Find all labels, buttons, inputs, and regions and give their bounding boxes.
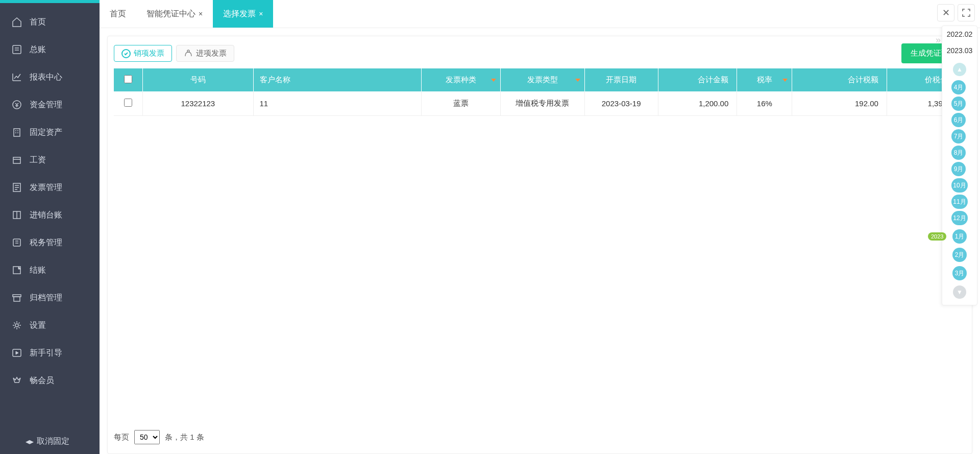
header-checkbox[interactable] xyxy=(114,68,143,91)
sidebar-item-purchase-sales[interactable]: 进销台账 xyxy=(0,201,100,229)
sidebar-item-reports[interactable]: 报表中心 xyxy=(0,63,100,91)
header-tax-rate[interactable]: 税率 xyxy=(737,68,792,91)
period-month-pill[interactable]: 1月 xyxy=(952,229,967,244)
period-scroll-down[interactable]: ▼ xyxy=(953,285,966,299)
tab-label: 首页 xyxy=(110,9,126,19)
sidebar-item-ledger[interactable]: 总账 xyxy=(0,36,100,63)
pagination: 每页 50 条，共 1 条 xyxy=(114,424,966,447)
invoice-subtabs: 销项发票 进项发票 xyxy=(114,45,234,62)
sidebar-item-label: 发票管理 xyxy=(30,182,62,193)
cell-kind: 蓝票 xyxy=(422,91,501,116)
svg-point-9 xyxy=(15,324,18,327)
cell-type: 增值税专用发票 xyxy=(500,91,584,116)
sidebar-item-label: 固定资产 xyxy=(30,127,62,138)
sidebar-item-label: 归档管理 xyxy=(30,293,62,303)
filter-caret-icon[interactable] xyxy=(782,79,788,82)
tab-bar: 首页智能凭证中心×选择发票× xyxy=(100,0,980,28)
collapse-icon: ◂▸ xyxy=(26,437,34,446)
sidebar-item-label: 报表中心 xyxy=(30,72,62,83)
svg-rect-2 xyxy=(14,129,20,136)
tab-label: 选择发票 xyxy=(223,9,256,19)
sidebar-item-archive[interactable]: 归档管理 xyxy=(0,284,100,312)
building-icon xyxy=(11,127,22,138)
close-panel-button[interactable]: ✕ xyxy=(937,4,954,21)
svg-rect-0 xyxy=(13,45,21,54)
period-month-pill[interactable]: 11月 xyxy=(951,195,968,209)
period-month-pill[interactable]: 4月 xyxy=(951,80,966,94)
per-page-select[interactable]: 50 xyxy=(134,430,160,444)
sidebar-item-tax[interactable]: 税务管理 xyxy=(0,229,100,256)
ledger-icon xyxy=(11,44,22,55)
period-month-pill[interactable]: 5月 xyxy=(951,97,966,111)
play-icon xyxy=(11,347,22,359)
period-panel: » 2022.02 2023.03 ▲ 4月5月6月7月8月9月10月11月12… xyxy=(942,26,977,305)
unpin-sidebar-button[interactable]: ◂▸ 取消固定 xyxy=(0,429,100,454)
filter-caret-icon[interactable] xyxy=(575,79,580,82)
sidebar-item-label: 结账 xyxy=(30,265,46,276)
subtab-row: 销项发票 进项发票 生成凭证预览 xyxy=(114,41,966,68)
sidebar-item-assets[interactable]: 固定资产 xyxy=(0,118,100,146)
period-month-pill[interactable]: 8月 xyxy=(951,146,966,160)
period-month-pill[interactable]: 2月 xyxy=(952,248,967,262)
period-month-pill[interactable]: 3月 xyxy=(952,266,967,280)
fullscreen-button[interactable] xyxy=(958,4,975,21)
header-invoice-kind[interactable]: 发票种类 xyxy=(422,68,501,91)
sidebar-item-label: 畅会员 xyxy=(30,375,54,386)
period-month-pill[interactable]: 10月 xyxy=(951,178,968,193)
period-scroll-up[interactable]: ▲ xyxy=(953,63,966,76)
cell-customer: 11 xyxy=(253,91,422,116)
sidebar-item-guide[interactable]: 新手引导 xyxy=(0,339,100,367)
content: 销项发票 进项发票 生成凭证预览 xyxy=(100,28,980,454)
tab-close-icon[interactable]: × xyxy=(199,10,203,18)
period-year-item[interactable]: 2023.03 xyxy=(942,42,977,59)
period-collapse-icon[interactable]: » xyxy=(933,32,943,47)
tab-2[interactable]: 选择发票× xyxy=(213,0,273,28)
input-invoice-tab[interactable]: 进项发票 xyxy=(176,45,234,62)
filter-caret-icon[interactable] xyxy=(491,79,496,82)
sidebar-item-close[interactable]: 结账 xyxy=(0,256,100,284)
period-year-badge: 2023 xyxy=(928,232,946,241)
header-total-tax: 合计税额 xyxy=(792,68,887,91)
money-icon xyxy=(11,99,22,110)
tab-0[interactable]: 首页 xyxy=(100,0,136,28)
input-invoice-icon xyxy=(184,49,193,58)
sidebar-item-label: 首页 xyxy=(30,17,46,28)
svg-rect-5 xyxy=(13,239,20,246)
sidebar-item-label: 设置 xyxy=(30,320,46,331)
sidebar-item-settings[interactable]: 设置 xyxy=(0,312,100,339)
output-invoice-tab[interactable]: 销项发票 xyxy=(114,45,172,62)
sidebar-item-home[interactable]: 首页 xyxy=(0,8,100,36)
close-books-icon xyxy=(11,265,22,276)
sidebar-item-member[interactable]: 畅会员 xyxy=(0,367,100,394)
input-invoice-label: 进项发票 xyxy=(196,49,227,58)
row-checkbox[interactable] xyxy=(124,99,132,107)
tab-close-icon[interactable]: × xyxy=(259,10,263,18)
sidebar-item-funds[interactable]: 资金管理 xyxy=(0,91,100,118)
vip-icon xyxy=(11,375,22,386)
header-total-amount: 合计金额 xyxy=(658,68,737,91)
period-month-pill[interactable]: 7月 xyxy=(951,129,966,144)
invoice-card: 销项发票 进项发票 生成凭证预览 xyxy=(107,36,972,454)
sidebar-item-label: 新手引导 xyxy=(30,348,62,359)
header-customer: 客户名称 xyxy=(253,68,422,91)
invoice-table: 号码 客户名称 发票种类 发票类型 开票日期 合计金额 税率 合计税额 价税合计 xyxy=(114,68,966,116)
select-all-checkbox[interactable] xyxy=(124,75,132,83)
period-year-item[interactable]: 2022.02 xyxy=(942,26,977,42)
salary-icon xyxy=(11,154,22,165)
topright-controls: ✕ xyxy=(937,4,975,21)
sidebar-item-invoice[interactable]: 发票管理 xyxy=(0,174,100,201)
period-month-pill[interactable]: 12月 xyxy=(951,211,968,225)
main-area: 首页智能凭证中心×选择发票× ✕ 销项发票 xyxy=(100,0,980,454)
book-icon xyxy=(11,209,22,221)
header-invoice-type[interactable]: 发票类型 xyxy=(500,68,584,91)
output-invoice-icon xyxy=(121,49,131,58)
period-month-pill[interactable]: 9月 xyxy=(951,162,966,176)
svg-point-12 xyxy=(187,50,189,52)
cell-amount: 1,200.00 xyxy=(658,91,737,116)
sidebar-items: 首页总账报表中心资金管理固定资产工资发票管理进销台账税务管理结账归档管理设置新手… xyxy=(0,3,100,429)
sidebar-item-salary[interactable]: 工资 xyxy=(0,146,100,174)
fullscreen-icon xyxy=(962,9,970,17)
tab-1[interactable]: 智能凭证中心× xyxy=(136,0,213,28)
output-invoice-label: 销项发票 xyxy=(134,49,164,58)
period-month-pill[interactable]: 6月 xyxy=(951,113,966,127)
